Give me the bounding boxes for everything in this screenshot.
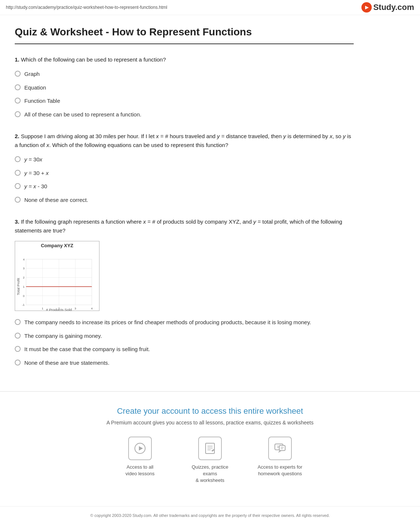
option-label: y = x - 30 [24,182,47,191]
question-2-option-4[interactable]: None of these are correct. [15,196,354,204]
svg-text:0: 0 [23,294,25,298]
option-label: Graph [24,70,40,78]
experts-icon [268,437,292,460]
question-1-option-4[interactable]: All of these can be used to represent a … [15,111,354,119]
logo[interactable]: ▶ Study.com [361,2,414,13]
feature-label: Quizzes, practice exams& worksheets [186,464,234,484]
question-3-text: 3. If the following graph represents a f… [15,217,354,235]
radio-2-4[interactable] [15,197,21,203]
radio-3-2[interactable] [15,333,21,339]
radio-3-3[interactable] [15,346,21,352]
feature-video: Access to allvideo lessons [116,437,164,484]
graph-container: Company XYZ Total Profit [15,241,99,311]
option-label: The company is gaining money. [24,332,102,340]
option-label: Function Table [24,97,60,105]
question-1-option-2[interactable]: Equation [15,84,354,92]
feature-experts: Access to experts forhomework questions [256,437,304,484]
question-2-option-3[interactable]: y = x - 30 [15,182,354,191]
question-3: 3. If the following graph represents a f… [15,217,354,367]
question-1-option-1[interactable]: Graph [15,70,354,78]
radio-2-3[interactable] [15,183,21,189]
main-content: Quiz & Worksheet - How to Represent Func… [0,15,368,391]
option-label: y = 30x [24,155,42,164]
feature-quizzes: Quizzes, practice exams& worksheets [186,437,234,484]
option-label: None of these are true statements. [24,359,109,367]
option-label: The company needs to increase its prices… [24,318,311,327]
svg-marker-23 [139,446,143,451]
features-row: Access to allvideo lessons Quizzes, prac… [7,437,413,484]
cta-title: Create your account to access this entir… [7,406,413,416]
feature-label: Access to allvideo lessons [116,464,164,477]
question-2-number: 2. [15,133,20,139]
cta-section: Create your account to access this entir… [0,391,420,506]
graph-svg: Total Profit # Products Sold [15,248,99,318]
question-1-number: 1. [15,56,20,63]
svg-text:3: 3 [74,307,76,310]
feature-label: Access to experts forhomework questions [256,464,304,477]
svg-text:1: 1 [42,307,43,310]
url-display: http://study.com/academy/practice/quiz-w… [6,5,167,10]
radio-2-2[interactable] [15,170,21,176]
radio-2-1[interactable] [15,156,21,162]
radio-1-4[interactable] [15,111,21,117]
question-2-text: 2. Suppose I am driving along at 30 mile… [15,132,354,150]
footer-text: © copyright 2003-2020 Study.com. All oth… [90,513,330,518]
option-label: None of these are correct. [24,196,88,204]
svg-text:2: 2 [58,307,60,310]
option-label: It must be the case that the company is … [24,345,150,354]
question-3-option-1[interactable]: The company needs to increase its prices… [15,318,354,327]
page-title: Quiz & Worksheet - How to Represent Func… [15,26,354,44]
question-1-text: 1. Which of the following can be used to… [15,55,354,64]
footer: © copyright 2003-2020 Study.com. All oth… [0,506,420,525]
question-1: 1. Which of the following can be used to… [15,55,354,119]
quizzes-icon [198,437,222,460]
question-3-option-2[interactable]: The company is gaining money. [15,332,354,340]
cta-subtitle: A Premium account gives you access to al… [7,420,413,426]
y-axis-label: Total Profit [16,278,20,295]
radio-3-4[interactable] [15,360,21,365]
question-1-option-3[interactable]: Function Table [15,97,354,105]
svg-text:-1: -1 [22,303,25,307]
radio-3-1[interactable] [15,319,21,325]
logo-icon: ▶ [361,2,372,13]
option-label: All of these can be used to represent a … [24,111,141,119]
svg-text:3: 3 [23,267,25,270]
svg-text:4: 4 [23,258,25,261]
option-label: Equation [24,84,46,92]
logo-text: Study.com [373,3,414,12]
question-3-option-3[interactable]: It must be the case that the company is … [15,345,354,354]
option-label: y = 30 + x [24,169,49,178]
graph-title: Company XYZ [15,241,99,248]
svg-text:1: 1 [23,285,25,288]
svg-text:2: 2 [23,276,24,279]
radio-1-1[interactable] [15,71,21,77]
svg-rect-24 [206,443,214,454]
radio-1-3[interactable] [15,98,21,104]
question-3-number: 3. [15,218,20,225]
question-2: 2. Suppose I am driving along at 30 mile… [15,132,354,204]
video-icon [128,437,152,460]
svg-text:4: 4 [91,307,93,310]
radio-1-2[interactable] [15,84,21,90]
top-bar: http://study.com/academy/practice/quiz-w… [0,0,420,15]
question-3-option-4[interactable]: None of these are true statements. [15,359,354,367]
question-2-option-1[interactable]: y = 30x [15,155,354,164]
question-2-option-2[interactable]: y = 30 + x [15,169,354,178]
svg-rect-31 [279,445,285,451]
